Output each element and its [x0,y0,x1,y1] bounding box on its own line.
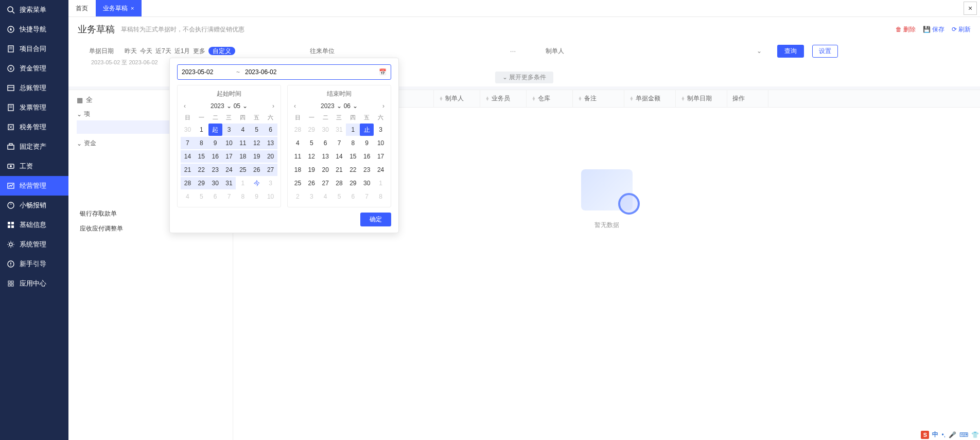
calendar-day[interactable]: 12 [250,137,264,149]
calendar-day[interactable]: 19 [305,164,319,176]
calendar-day[interactable]: 24 [374,164,388,176]
sidebar-item-salary[interactable]: 工资 [0,156,68,176]
calendar-day[interactable]: 6 [208,190,222,203]
calendar-day[interactable]: 19 [250,150,264,163]
sidebar-item-asset[interactable]: 固定资产 [0,137,68,156]
query-button[interactable]: 查询 [777,45,804,58]
calendar-day[interactable]: 14 [181,150,195,163]
sort-icon[interactable]: ▲▼ [681,97,685,101]
calendar-day[interactable]: 今 [250,177,264,189]
calendar-day[interactable]: 4 [319,190,332,203]
column-header[interactable]: ▲▼备注 [573,90,624,107]
calendar-day[interactable]: 15 [195,150,208,163]
calendar-day[interactable]: 31 [332,124,346,136]
calendar-day[interactable]: 9 [208,137,222,149]
calendar-day[interactable]: 29 [305,124,319,136]
sort-icon[interactable]: ▲▼ [485,97,489,101]
calendar-day[interactable]: 23 [360,164,374,176]
column-header[interactable]: ▲▼制单人 [434,90,480,107]
next-month-icon[interactable]: › [269,101,277,111]
prev-month-icon[interactable]: ‹ [291,101,299,111]
next-month-icon[interactable]: › [379,101,388,111]
calendar-day[interactable]: 31 [222,177,236,189]
calendar-day[interactable]: 7 [181,137,195,149]
calendar-day[interactable]: 起 [208,124,222,136]
calendar-day[interactable]: 13 [264,137,277,149]
date-shortcut[interactable]: 自定义 [208,47,235,55]
save-action[interactable]: 💾 保存 [923,25,944,34]
date-shortcut[interactable]: 近1月 [174,47,190,55]
calendar-day[interactable]: 6 [319,137,332,149]
sidebar-item-info[interactable]: 基础信息 [0,215,68,235]
calendar-day[interactable]: 30 [181,124,195,136]
calendar-day[interactable]: 21 [332,164,346,176]
calendar-day[interactable]: 9 [360,137,374,149]
partner-input[interactable] [344,45,503,57]
calendar-day[interactable]: 3 [222,124,236,136]
calendar-day[interactable]: 29 [195,177,208,189]
calendar-day[interactable]: 1 [346,124,360,136]
close-icon[interactable]: × [131,5,134,11]
date-shortcut[interactable]: 更多 [193,47,205,55]
calendar-day[interactable]: 16 [208,150,222,163]
sidebar-item-money[interactable]: ¥资金管理 [0,59,68,78]
sidebar-item-guide[interactable]: 新手引导 [0,254,68,274]
calendar-day[interactable]: 14 [332,150,346,163]
refresh-action[interactable]: ⟳ 刷新 [952,25,971,34]
calendar-day[interactable]: 1 [236,177,250,189]
calendar-day[interactable]: 29 [346,177,360,189]
delete-action[interactable]: 🗑 删除 [896,25,916,34]
calendar-day[interactable]: 10 [374,137,388,149]
calendar-day[interactable]: 30 [360,177,374,189]
calendar-day[interactable]: 8 [346,137,360,149]
calendar-day[interactable]: 30 [319,124,332,136]
calendar-day[interactable]: 26 [305,177,319,189]
maker-input[interactable] [580,45,749,57]
calendar-day[interactable]: 6 [264,124,277,136]
calendar-day[interactable]: 15 [346,150,360,163]
calendar-day[interactable]: 20 [264,150,277,163]
calendar-day[interactable]: 8 [236,190,250,203]
calendar-day[interactable]: 30 [208,177,222,189]
calendar-day[interactable]: 7 [222,190,236,203]
sort-icon[interactable]: ▲▼ [629,97,634,101]
calendar-day[interactable]: 21 [181,164,195,176]
calendar-day[interactable]: 9 [250,190,264,203]
calendar-day[interactable]: 27 [319,177,332,189]
sidebar-item-invoice[interactable]: 发票管理 [0,98,68,117]
sidebar-item-compass[interactable]: 快捷导航 [0,20,68,39]
calendar-day[interactable]: 止 [360,124,374,136]
sidebar-item-gear[interactable]: 系统管理 [0,235,68,254]
prev-month-icon[interactable]: ‹ [181,101,189,111]
expand-conditions-button[interactable]: ⌄ 展开更多条件 [495,72,553,83]
sort-icon[interactable]: ▲▼ [532,97,536,101]
calendar-day[interactable]: 4 [291,137,305,149]
calendar-day[interactable]: 5 [305,137,319,149]
calendar-day[interactable]: 27 [264,164,277,176]
calendar-day[interactable]: 18 [236,150,250,163]
sidebar-item-ledger[interactable]: 总账管理 [0,78,68,98]
date-shortcut[interactable]: 今天 [140,47,152,55]
calendar-day[interactable]: 13 [319,150,332,163]
tab-首页[interactable]: 首页 [68,0,96,16]
calendar-day[interactable]: 5 [195,190,208,203]
calendar-day[interactable]: 2 [291,190,305,203]
calendar-day[interactable]: 3 [305,190,319,203]
calendar-day[interactable]: 1 [374,177,388,189]
sidebar-item-tax[interactable]: 税务管理 [0,117,68,137]
confirm-button[interactable]: 确定 [360,213,391,226]
calendar-day[interactable]: 20 [319,164,332,176]
calendar-day[interactable]: 25 [291,177,305,189]
calendar-day[interactable]: 28 [291,124,305,136]
sidebar-item-business[interactable]: 经营管理 [0,176,68,196]
calendar-day[interactable]: 22 [346,164,360,176]
date-shortcut[interactable]: 近7天 [155,47,171,55]
calendar-day[interactable]: 7 [360,190,374,203]
tab-业务草稿[interactable]: 业务草稿× [96,0,142,16]
calendar-day[interactable]: 10 [222,137,236,149]
calendar-day[interactable]: 3 [374,124,388,136]
column-header[interactable]: 操作 [727,90,768,107]
calendar-day[interactable]: 28 [181,177,195,189]
partner-picker-icon[interactable]: … [510,46,516,54]
calendar-day[interactable]: 5 [332,190,346,203]
